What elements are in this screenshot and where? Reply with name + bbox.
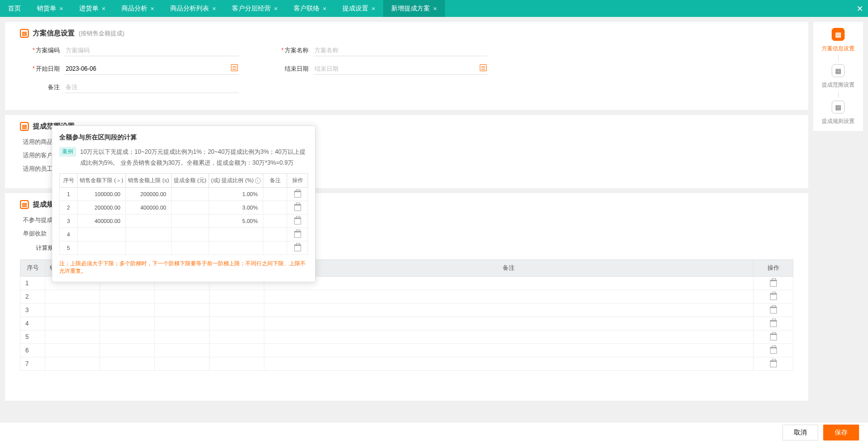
tab-sales[interactable]: 销货单✕ <box>29 0 71 17</box>
table-row[interactable]: 4 <box>20 317 793 331</box>
delete-icon[interactable] <box>294 218 301 224</box>
table-row[interactable]: 6 <box>20 344 793 357</box>
tab-goods-analysis[interactable]: 商品分析✕ <box>113 0 162 17</box>
plan-code-input[interactable] <box>65 45 239 56</box>
tab-commission-settings[interactable]: 提成设置✕ <box>334 0 383 17</box>
delete-icon[interactable] <box>770 320 777 327</box>
delete-icon[interactable] <box>294 231 301 238</box>
plan-name-input[interactable] <box>314 45 488 56</box>
delete-icon[interactable] <box>770 280 777 287</box>
tab-customer-contact[interactable]: 客户联络✕ <box>286 0 334 17</box>
close-icon[interactable]: ✕ <box>433 6 437 11</box>
delete-icon[interactable] <box>294 204 301 211</box>
tab-purchase[interactable]: 进货单✕ <box>71 0 113 17</box>
case-text: 10万元以下无提成；10~20万元提成比例为1%；20~40万提成比例为3%；4… <box>80 147 308 168</box>
info-icon[interactable]: i <box>255 178 261 184</box>
delete-icon[interactable] <box>770 307 777 314</box>
table-row: 4 <box>60 228 308 241</box>
section-title: 方案信息设置 <box>33 29 75 38</box>
step-2-label: 提成范围设置 <box>822 81 855 89</box>
step-2-icon[interactable]: ▤ <box>832 64 845 77</box>
case-badge: 案例 <box>59 147 76 157</box>
section-plan-info: ▤ 方案信息设置 (按销售金额提成) *方案编码 *方案名称 *开始日期 <box>5 22 808 110</box>
section-icon: ▤ <box>20 200 29 209</box>
delete-icon[interactable] <box>294 244 301 251</box>
delete-icon[interactable] <box>294 191 301 198</box>
step-1-label: 方案信息设置 <box>822 45 855 52</box>
delete-icon[interactable] <box>770 293 777 300</box>
popover-warning: 注：上限必须大于下限；多个阶梯时，下一个阶梯下限要等于前一阶梯上限；不同行之间下… <box>59 260 308 275</box>
delete-icon[interactable] <box>770 333 777 340</box>
calendar-icon[interactable] <box>231 64 238 71</box>
delete-icon[interactable] <box>770 347 777 354</box>
close-icon[interactable]: ✕ <box>212 6 216 11</box>
tab-bar: 首页 销货单✕ 进货单✕ 商品分析✕ 商品分析列表✕ 客户分层经营✕ 客户联络✕… <box>0 0 868 17</box>
table-row[interactable]: 5 <box>20 331 793 344</box>
step-3-label: 提成规则设置 <box>822 117 855 125</box>
table-row: 5 <box>60 241 308 255</box>
close-icon[interactable]: ✕ <box>59 6 63 11</box>
step-3-icon[interactable]: ▤ <box>832 101 845 113</box>
table-row[interactable]: 7 <box>20 357 793 371</box>
table-row[interactable]: 3 <box>20 304 793 317</box>
close-icon[interactable]: ✕ <box>274 6 278 11</box>
interval-full-popover: 全额参与所在区间段的计算 案例 10万元以下无提成；10~20万元提成比例为1%… <box>52 125 316 282</box>
table-row: 2200000.00400000.003.00% <box>60 201 308 215</box>
section-subtitle: (按销售金额提成) <box>79 29 124 38</box>
table-row: 3400000.005.00% <box>60 215 308 228</box>
popover-title: 全额参与所在区间段的计算 <box>59 133 308 142</box>
steps-nav: ▤ 方案信息设置 ▤ 提成范围设置 ▤ 提成规则设置 <box>813 22 863 131</box>
tab-customer-tier[interactable]: 客户分层经营✕ <box>224 0 286 17</box>
section-icon: ▤ <box>20 29 29 38</box>
end-date-input[interactable] <box>314 63 488 75</box>
step-1-icon[interactable]: ▤ <box>832 28 845 41</box>
start-date-input[interactable] <box>65 63 239 75</box>
popover-table: 序号 销售金额下限 (＞) 销售金额上限 (≤) 提成金额 (元) (或) 提成… <box>59 173 308 255</box>
tab-goods-analysis-list[interactable]: 商品分析列表✕ <box>162 0 224 17</box>
calendar-icon[interactable] <box>480 64 487 71</box>
close-all-tabs[interactable]: ✕ <box>851 0 868 17</box>
close-icon[interactable]: ✕ <box>371 6 375 11</box>
section-icon: ▤ <box>20 122 29 131</box>
delete-icon[interactable] <box>770 360 777 367</box>
tab-home[interactable]: 首页 <box>0 0 29 17</box>
close-icon[interactable]: ✕ <box>150 6 154 11</box>
table-row: 1100000.00200000.001.00% <box>60 188 308 201</box>
remark-input[interactable] <box>65 82 239 93</box>
tab-new-commission[interactable]: 新增提成方案✕ <box>383 0 445 17</box>
close-icon[interactable]: ✕ <box>323 6 326 11</box>
table-row[interactable]: 2 <box>20 290 793 304</box>
close-icon[interactable]: ✕ <box>102 6 106 11</box>
